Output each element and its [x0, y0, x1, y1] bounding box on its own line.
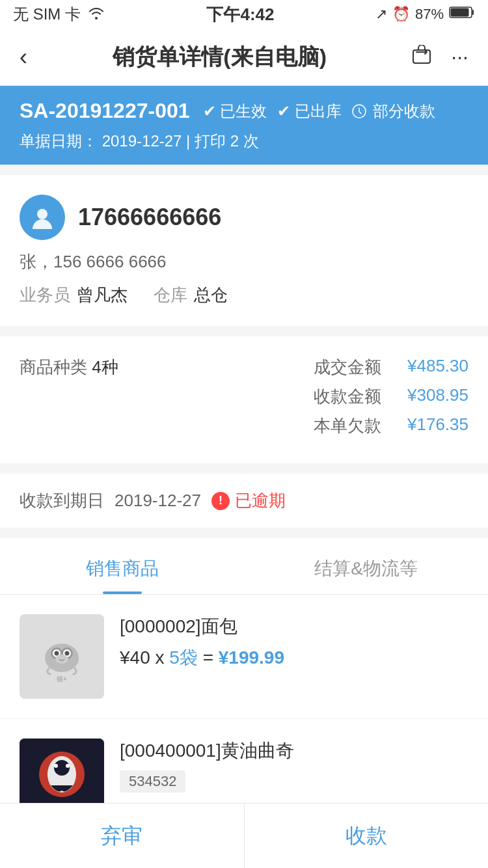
debt-amount-row: 本单欠款 ¥176.35	[314, 414, 468, 437]
customer-row: 17666666666	[20, 195, 468, 240]
product-name-cookie: [000400001]黄油曲奇	[120, 739, 468, 763]
alarm-icon: ⏰	[392, 6, 410, 23]
status-right: ↗ ⏰ 87%	[375, 6, 475, 23]
svg-point-12	[55, 655, 68, 664]
tabs-row: 销售商品 结算&物流等	[0, 538, 488, 595]
location-icon: ↗	[375, 6, 387, 23]
svg-point-19	[66, 764, 70, 768]
due-section: 收款到期日 2019-12-27 ! 已逾期	[0, 474, 488, 528]
stats-left: 商品种类 4种	[20, 356, 118, 379]
customer-contact: 张，156 6666 6666	[20, 251, 468, 273]
avatar	[20, 195, 65, 240]
overdue-icon: !	[211, 492, 230, 510]
sales-person: 业务员 曾凡杰	[20, 284, 128, 306]
due-date-value: 2019-12-27	[115, 491, 201, 511]
svg-point-11	[65, 651, 70, 656]
order-header-top: SA-20191227-001 ✔ 已生效 ✔ 已出库 部分收款	[20, 99, 468, 123]
tab-sales-products[interactable]: 销售商品	[0, 538, 244, 594]
stats-right: 成交金额 ¥485.30 收款金额 ¥308.95 本单欠款 ¥176.35	[314, 356, 468, 444]
more-icon[interactable]: ···	[451, 45, 468, 69]
order-header: SA-20191227-001 ✔ 已生效 ✔ 已出库 部分收款 单据日期： 2…	[0, 86, 488, 165]
customer-section: 17666666666 张，156 6666 6666 业务员 曾凡杰 仓库 总…	[0, 175, 488, 326]
badge-shipped: ✔ 已出库	[277, 101, 342, 122]
order-id: SA-20191227-001	[20, 99, 190, 123]
nav-bar: ‹ 销货单详情(来自电脑) ···	[0, 29, 488, 86]
product-details-bread: [0000002]面包 ¥40 x 5袋 = ¥199.99	[120, 614, 468, 670]
customer-meta: 业务员 曾凡杰 仓库 总仓	[20, 284, 468, 306]
svg-text:猫+: 猫+	[57, 675, 67, 683]
svg-point-17	[54, 760, 70, 776]
status-bar: 无 SIM 卡 下午4:42 ↗ ⏰ 87%	[0, 0, 488, 29]
nav-actions: ···	[412, 45, 468, 70]
tab-settlement[interactable]: 结算&物流等	[244, 538, 488, 594]
badge-partial-payment: 部分收款	[352, 101, 435, 122]
product-image-bread: 猫+	[20, 614, 104, 699]
svg-point-4	[37, 209, 47, 219]
wifi-icon	[87, 5, 105, 23]
product-name-bread: [0000002]面包	[120, 614, 468, 639]
warehouse: 仓库 总仓	[154, 284, 228, 306]
cancel-review-button[interactable]: 弃审	[0, 804, 245, 868]
overdue-text: 已逾期	[235, 489, 286, 512]
collect-payment-button[interactable]: 收款	[245, 804, 489, 868]
battery-icon	[449, 6, 475, 23]
status-left: 无 SIM 卡	[13, 4, 105, 25]
due-date-label: 收款到期日	[20, 489, 104, 512]
product-price-bread: ¥40 x 5袋 = ¥199.99	[120, 645, 468, 670]
tabs-section: 销售商品 结算&物流等	[0, 538, 488, 847]
svg-rect-1	[450, 8, 468, 17]
battery-text: 87%	[415, 6, 444, 23]
overdue-badge: ! 已逾期	[211, 489, 286, 512]
deal-amount-row: 成交金额 ¥485.30	[314, 356, 468, 379]
page-title: 销货单详情(来自电脑)	[113, 42, 327, 72]
product-sku-cookie: 534532	[120, 770, 185, 793]
stats-section: 商品种类 4种 成交金额 ¥485.30 收款金额 ¥308.95 本单欠款 ¥…	[0, 336, 488, 463]
carrier-text: 无 SIM 卡	[13, 4, 81, 25]
svg-point-18	[54, 764, 58, 768]
order-badges: ✔ 已生效 ✔ 已出库 部分收款	[203, 101, 435, 122]
product-item: 猫+ [0000002]面包 ¥40 x 5袋 = ¥199.99	[0, 595, 488, 719]
payment-amount-row: 收款金额 ¥308.95	[314, 385, 468, 408]
svg-point-10	[55, 651, 59, 656]
bottom-bar: 弃审 收款	[0, 803, 488, 868]
back-button[interactable]: ‹	[20, 44, 27, 71]
badge-active: ✔ 已生效	[203, 101, 267, 122]
customer-name: 17666666666	[78, 204, 221, 231]
status-time: 下午4:42	[206, 3, 274, 26]
order-date-row: 单据日期： 2019-12-27 | 打印 2 次	[20, 131, 468, 152]
share-icon[interactable]	[412, 45, 431, 70]
